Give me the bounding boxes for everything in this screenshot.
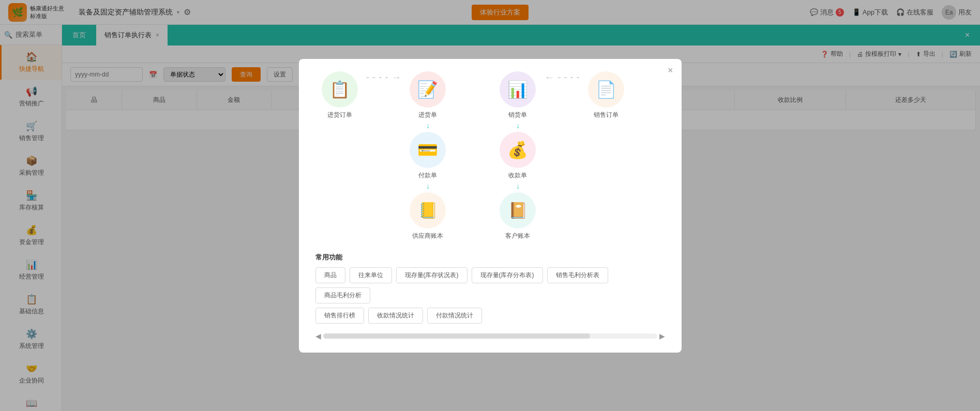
scrollbar[interactable] — [323, 333, 657, 339]
customer-circle[interactable]: 📔 — [500, 192, 536, 229]
common-btn-6[interactable]: 销售排行榜 — [315, 308, 364, 324]
flow-node-sales-order[interactable]: 📄 销售订单 — [582, 71, 630, 119]
common-btn-2[interactable]: 现存量(库存状况表) — [396, 267, 468, 283]
scroll-left-btn[interactable]: ◀ — [315, 332, 321, 340]
flow-node-payment[interactable]: 💳 付款单 — [403, 132, 452, 180]
common-btns-row2: 销售排行榜收款情况统计付款情况统计 — [315, 308, 665, 324]
common-btn-8[interactable]: 付款情况统计 — [427, 308, 482, 324]
supplier-circle[interactable]: 📒 — [410, 192, 446, 229]
receipt-label: 收款单 — [508, 171, 527, 180]
scrollbar-thumb — [323, 333, 591, 339]
common-btn-3[interactable]: 现存量(库存分布表) — [472, 267, 543, 283]
sales-order-label: 销售订单 — [594, 111, 619, 119]
arrow-down-payment: ↓ — [426, 121, 430, 130]
sales-bill-label: 销货单 — [508, 111, 527, 119]
payment-circle[interactable]: 💳 — [410, 132, 446, 168]
popup-close-btn[interactable]: × — [668, 65, 673, 76]
purchase-bill-circle[interactable]: 📝 — [410, 71, 446, 108]
supplier-label: 供应商账本 — [412, 232, 443, 240]
common-btn-4[interactable]: 销售毛利分析表 — [547, 267, 608, 283]
arrow-down-customer: ↓ — [516, 182, 520, 190]
sales-order-circle[interactable]: 📄 — [588, 71, 624, 108]
flow-node-receipt[interactable]: 💰 收款单 — [493, 132, 542, 180]
scroll-right-btn[interactable]: ▶ — [659, 332, 665, 340]
flow-chart: 📋 进货订单 - - - - → 📝 进货单 ↓ 💳 付款单 — [315, 71, 665, 240]
purchase-order-label: 进货订单 — [327, 111, 352, 119]
popup: × 📋 进货订单 - - - - → 📝 进货单 ↓ — [299, 59, 682, 353]
arrow-down-supplier: ↓ — [426, 182, 430, 190]
arrow-right-1: - - - - → — [364, 71, 404, 95]
common-btn-7[interactable]: 收款情况统计 — [368, 308, 423, 324]
popup-scroll: ◀ ▶ — [315, 332, 665, 340]
flow-node-purchase-bill[interactable]: 📝 进货单 — [403, 71, 452, 119]
flow-node-sales-bill[interactable]: 📊 销货单 — [493, 71, 542, 119]
common-btn-5[interactable]: 商品毛利分析 — [315, 287, 370, 303]
purchase-order-circle[interactable]: 📋 — [322, 71, 358, 108]
common-btn-0[interactable]: 商品 — [315, 267, 345, 283]
customer-label: 客户账本 — [505, 232, 530, 240]
flow-node-purchase-order[interactable]: 📋 进货订单 — [315, 71, 364, 119]
arrow-down-receipt: ↓ — [516, 121, 520, 130]
flow-node-customer[interactable]: 📔 客户账本 — [493, 192, 542, 240]
common-functions: 常用功能 商品往来单位现存量(库存状况表)现存量(库存分布表)销售毛利分析表商品… — [315, 253, 665, 324]
popup-overlay[interactable]: × 📋 进货订单 - - - - → 📝 进货单 ↓ — [0, 0, 980, 411]
payment-label: 付款单 — [418, 171, 437, 180]
common-btn-1[interactable]: 往来单位 — [350, 267, 392, 283]
receipt-circle[interactable]: 💰 — [500, 132, 536, 168]
arrow-right-2: ← - - - - — [542, 71, 582, 95]
sales-bill-circle[interactable]: 📊 — [500, 71, 536, 108]
purchase-bill-label: 进货单 — [418, 111, 437, 119]
flow-node-supplier[interactable]: 📒 供应商账本 — [403, 192, 452, 240]
common-functions-title: 常用功能 — [315, 253, 665, 262]
common-btns-row1: 商品往来单位现存量(库存状况表)现存量(库存分布表)销售毛利分析表商品毛利分析 — [315, 267, 665, 303]
